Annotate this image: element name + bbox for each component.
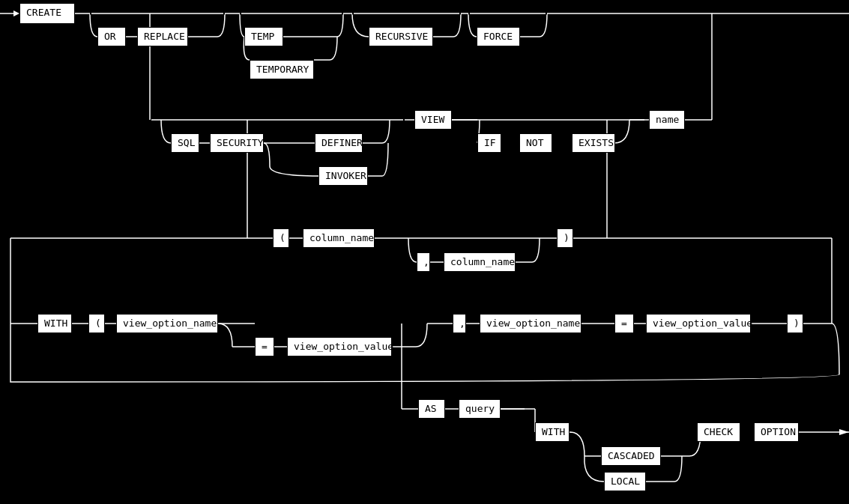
force-box: FORCE [477, 27, 520, 46]
query-box: query [459, 399, 501, 419]
syntax-diagram: CREATE OR REPLACE TEMP RECURSIVE FORCE T… [0, 0, 849, 504]
svg-marker-64 [839, 429, 849, 435]
comma1-box: , [417, 252, 430, 272]
exists-box: EXISTS [572, 133, 615, 153]
rparen2-box: ) [787, 314, 803, 333]
von2-box: view_option_name [480, 314, 581, 333]
local-box: LOCAL [604, 472, 646, 491]
if-box: IF [477, 133, 501, 153]
with1-box: WITH [37, 314, 72, 333]
col2-box: column_name [444, 252, 516, 272]
sql-box: SQL [171, 133, 199, 153]
check-box: CHECK [697, 422, 740, 442]
recursive-box: RECURSIVE [369, 27, 433, 46]
eq1-box: = [255, 337, 274, 356]
von1-box: view_option_name [116, 314, 218, 333]
replace-box: REPLACE [137, 27, 188, 46]
invoker-box: INVOKER [318, 166, 368, 186]
temporary-box: TEMPORARY [250, 60, 314, 79]
not-box: NOT [519, 133, 552, 153]
temp-box: TEMP [244, 27, 283, 46]
rparen1-box: ) [557, 228, 573, 248]
name-box: name [649, 110, 685, 130]
view-box: VIEW [414, 110, 452, 130]
with2-box: WITH [535, 422, 569, 442]
as-box: AS [418, 399, 445, 419]
option-box: OPTION [754, 422, 799, 442]
lparen1-box: ( [273, 228, 289, 248]
eq2-box: = [614, 314, 634, 333]
vov2-box: view_option_value [646, 314, 751, 333]
create-box: CREATE [19, 3, 75, 24]
definer-box: DEFINER [315, 133, 363, 153]
vov1-box: view_option_value [287, 337, 392, 356]
svg-marker-1 [13, 10, 19, 16]
comma2-box: , [453, 314, 466, 333]
or-box: OR [97, 27, 126, 46]
cascaded-box: CASCADED [601, 446, 661, 466]
lparen2-box: ( [88, 314, 105, 333]
col1-box: column_name [303, 228, 375, 248]
security-box: SECURITY [210, 133, 264, 153]
